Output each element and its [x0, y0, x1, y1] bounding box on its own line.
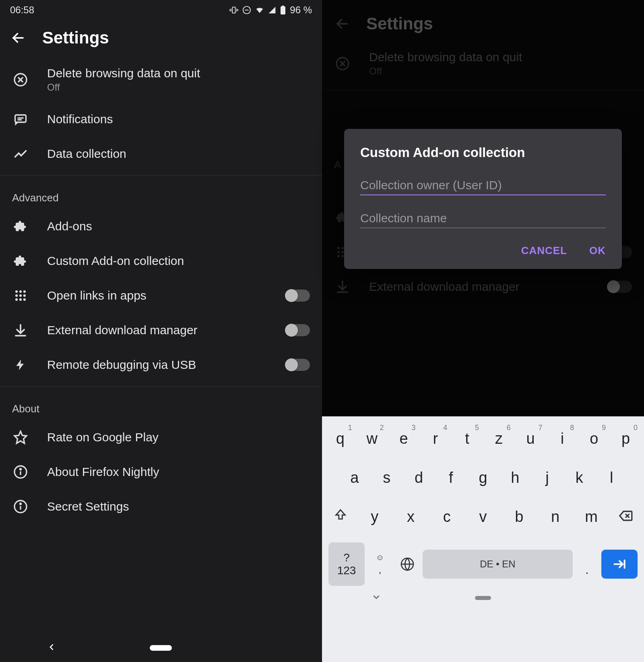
settings-item-secret[interactable]: Secret Settings	[0, 489, 322, 524]
keyboard-nav	[324, 586, 642, 610]
settings-item-delete-data[interactable]: Delete browsing data on quitOff	[0, 58, 322, 102]
item-label: Open links in apps	[47, 289, 268, 302]
svg-rect-7	[281, 6, 285, 14]
key-u[interactable]: 7u	[515, 424, 547, 454]
svg-rect-8	[282, 6, 284, 6]
svg-point-22	[15, 298, 18, 301]
key-i[interactable]: 8i	[547, 424, 578, 454]
item-label: Notifications	[47, 112, 310, 126]
key-l[interactable]: l	[595, 463, 627, 493]
key-backspace[interactable]	[609, 502, 642, 534]
info-icon	[12, 463, 29, 480]
key-shift[interactable]	[324, 502, 357, 534]
key-o[interactable]: 9o	[578, 424, 610, 454]
key-t[interactable]: 5t	[451, 424, 483, 454]
key-b[interactable]: b	[501, 502, 537, 534]
key-x[interactable]: x	[393, 502, 429, 534]
nav-home-pill[interactable]	[150, 645, 172, 651]
divider	[0, 175, 322, 176]
settings-item-custom-addon[interactable]: Custom Add-on collection	[0, 244, 322, 278]
key-k[interactable]: k	[563, 463, 595, 493]
settings-item-addons[interactable]: Add-ons	[0, 209, 322, 244]
close-circle-icon	[12, 71, 29, 88]
key-q[interactable]: 1q	[324, 424, 356, 454]
svg-point-24	[23, 298, 26, 301]
ok-button[interactable]: OK	[589, 244, 606, 257]
key-z[interactable]: 6z	[483, 424, 515, 454]
item-label: Add-ons	[47, 219, 310, 233]
toggle-ext-download[interactable]	[286, 324, 310, 336]
key-v[interactable]: v	[465, 502, 501, 534]
dnd-icon	[242, 6, 251, 14]
kb-home-pill[interactable]	[475, 596, 491, 600]
vibrate-icon	[229, 6, 238, 14]
key-comma[interactable]: ☺ ,	[368, 552, 392, 576]
nav-back-icon[interactable]	[47, 642, 56, 654]
settings-item-ext-download[interactable]: External download manager	[0, 313, 322, 348]
status-battery: 96 %	[290, 4, 312, 16]
svg-point-33	[20, 503, 21, 505]
svg-rect-0	[233, 7, 235, 13]
key-r[interactable]: 4r	[419, 424, 451, 454]
key-globe[interactable]	[395, 557, 419, 571]
chat-icon	[12, 111, 29, 128]
status-bar: 06:58 96 %	[0, 0, 322, 20]
status-time: 06:58	[10, 4, 34, 16]
key-m[interactable]: m	[573, 502, 609, 534]
key-e[interactable]: 3e	[388, 424, 420, 454]
toggle-open-links[interactable]	[286, 290, 310, 302]
chart-icon	[12, 145, 29, 162]
svg-point-23	[19, 298, 22, 301]
key-c[interactable]: c	[429, 502, 465, 534]
svg-point-20	[19, 294, 22, 297]
item-label: Secret Settings	[47, 500, 310, 513]
key-h[interactable]: h	[499, 463, 531, 493]
info-icon	[12, 498, 29, 515]
toggle-remote-debug[interactable]	[286, 359, 310, 371]
item-label: Rate on Google Play	[47, 430, 310, 444]
keyboard: 1q2w3e4r5t6z7u8i9o0p asdfghjkl yxcvbnm ?…	[322, 416, 644, 662]
svg-point-16	[15, 290, 18, 293]
settings-item-data-collection[interactable]: Data collection	[0, 137, 322, 171]
wifi-icon	[255, 6, 264, 14]
settings-item-about-ff[interactable]: About Firefox Nightly	[0, 455, 322, 489]
header: Settings	[0, 20, 322, 58]
puzzle-icon	[12, 218, 29, 235]
item-label: Remote debugging via USB	[47, 358, 268, 372]
back-button[interactable]	[10, 30, 26, 46]
settings-item-remote-debug[interactable]: Remote debugging via USB	[0, 348, 322, 382]
svg-point-17	[19, 290, 22, 293]
key-a[interactable]: a	[339, 463, 371, 493]
kb-collapse-icon[interactable]	[372, 592, 381, 604]
key-f[interactable]: f	[435, 463, 467, 493]
collection-owner-input[interactable]	[360, 174, 606, 195]
key-period[interactable]: .	[576, 551, 598, 577]
section-advanced: Advanced	[0, 180, 322, 209]
key-w[interactable]: 2w	[356, 424, 388, 454]
cancel-button[interactable]: CANCEL	[521, 244, 567, 257]
key-g[interactable]: g	[467, 463, 499, 493]
item-label: Custom Add-on collection	[47, 254, 310, 268]
dialog-title: Custom Add-on collection	[360, 145, 606, 160]
grid-icon	[12, 287, 29, 304]
battery-icon	[280, 6, 286, 14]
key-j[interactable]: j	[531, 463, 564, 493]
custom-addon-dialog: Custom Add-on collection CANCEL OK	[344, 129, 622, 269]
key-s[interactable]: s	[371, 463, 403, 493]
settings-item-rate[interactable]: Rate on Google Play	[0, 420, 322, 455]
bolt-icon	[12, 356, 29, 373]
svg-marker-27	[14, 431, 27, 443]
settings-item-notifications[interactable]: Notifications	[0, 102, 322, 137]
svg-point-18	[23, 290, 26, 293]
key-spacebar[interactable]: DE • EN	[423, 550, 573, 579]
settings-item-open-links[interactable]: Open links in apps	[0, 278, 322, 313]
collection-name-input[interactable]	[360, 207, 606, 228]
key-n[interactable]: n	[537, 502, 574, 534]
key-y[interactable]: y	[357, 502, 393, 534]
key-tab[interactable]	[601, 550, 638, 579]
svg-point-30	[20, 469, 21, 470]
key-p[interactable]: 0p	[610, 424, 642, 454]
item-label: About Firefox Nightly	[47, 465, 310, 479]
key-symbols[interactable]: ?123	[328, 542, 365, 586]
key-d[interactable]: d	[403, 463, 435, 493]
